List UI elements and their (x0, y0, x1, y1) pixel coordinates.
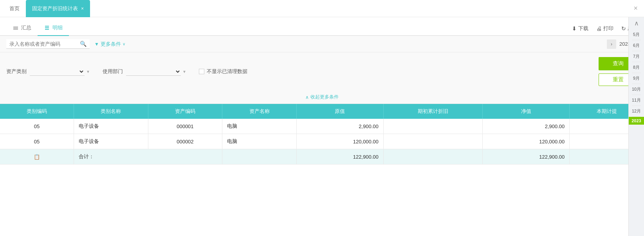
print-btn[interactable]: 🖨 打印 (596, 25, 613, 32)
tab-actions: ⬇ 下载 🖨 打印 ↻ 刷新 (572, 25, 638, 35)
cell-original-value: 2,900.00 (296, 119, 383, 134)
cell-accumulated-dep (383, 119, 483, 134)
print-icon: 🖨 (596, 25, 602, 32)
tab-detail-label: 明细 (52, 24, 63, 31)
collapse-label: 收起更多条件 (310, 94, 339, 100)
hide-cleared-label: 不显示已清理数据 (207, 68, 247, 75)
summary-accumulated-dep (383, 149, 483, 164)
department-dropdown-icon: ▼ (182, 70, 186, 74)
advanced-filter: 资产类别 ▼ 使用部门 ▼ 不显示已清理数据 查询 重置 (0, 52, 644, 104)
collapse-bar[interactable]: ∧ 收起更多条件 (6, 91, 638, 104)
department-label: 使用部门 (103, 68, 123, 75)
search-wrap[interactable]: 🔍 (6, 39, 90, 49)
active-tab-label: 固定资产折旧统计表 (32, 5, 78, 12)
home-tab[interactable]: 首页 (6, 4, 23, 14)
col-original-value: 原值 (296, 104, 383, 119)
department-select[interactable] (126, 67, 181, 76)
sidebar-month-item[interactable]: 12月 (632, 106, 641, 117)
col-category-name: 类别名称 (74, 104, 148, 119)
summary-empty1 (222, 149, 297, 164)
sidebar-month-item[interactable]: 8月 (632, 62, 641, 73)
expand-arrow-btn[interactable]: › (607, 39, 616, 49)
summary-original-value: 122,900.00 (296, 149, 383, 164)
svg-rect-3 (45, 26, 49, 27)
cell-category-code: 05 (0, 134, 74, 149)
col-net-value: 净值 (483, 104, 570, 119)
col-asset-name: 资产名称 (222, 104, 297, 119)
cell-asset-code: 000002 (148, 134, 222, 149)
download-btn[interactable]: ⬇ 下载 (572, 25, 588, 32)
sidebar-year-badge[interactable]: 2023 (629, 117, 644, 125)
tab-close-btn[interactable]: × (81, 6, 84, 11)
sidebar-month-item[interactable]: 7月 (632, 51, 641, 62)
col-accumulated-dep: 期初累计折旧 (383, 104, 483, 119)
tab-summary[interactable]: 汇总 (6, 20, 38, 36)
table-row[interactable]: 05 电子设备 000001 电脑 2,900.00 2,900.00 (0, 119, 644, 134)
hide-cleared-checkbox[interactable] (199, 69, 204, 74)
tab-summary-label: 汇总 (21, 24, 31, 31)
asset-type-dropdown-icon: ▼ (86, 70, 90, 74)
table-row[interactable]: 05 电子设备 000002 电脑 120,000.00 120,000.00 (0, 134, 644, 149)
summary-label-cell: 合计： (74, 149, 222, 164)
summary-icon-cell: 📋 (0, 149, 74, 164)
cell-original-value: 120,000.00 (296, 134, 383, 149)
summary-net-value: 122,900.00 (483, 149, 570, 164)
table-header-row: 类别编码 类别名称 资产编码 资产名称 原值 期初累计折旧 净值 本期计提 (0, 104, 644, 119)
col-asset-code: 资产编码 (148, 104, 222, 119)
svg-rect-5 (45, 29, 49, 30)
sidebar-scroll-up-btn[interactable]: ∧ (634, 17, 639, 29)
svg-rect-2 (13, 29, 18, 30)
cell-asset-name: 电脑 (222, 134, 297, 149)
data-table: 类别编码 类别名称 资产编码 资产名称 原值 期初累计折旧 净值 本期计提 05… (0, 104, 644, 164)
collapse-icon: ∧ (305, 95, 309, 100)
window-close-btn[interactable]: × (633, 4, 638, 13)
filter-row: 资产类别 ▼ 使用部门 ▼ 不显示已清理数据 查询 重置 (6, 57, 638, 86)
tab-bar: 汇总 明细 ⬇ 下载 🖨 打印 ↻ 刷新 (0, 17, 644, 36)
sidebar-month-item[interactable]: 10月 (632, 84, 641, 95)
hide-cleared-wrap: 不显示已清理数据 (199, 68, 247, 75)
filter-icon: ▼ (94, 41, 99, 47)
list-icon (44, 25, 50, 31)
filter-bar: 🔍 ▼ 更多条件 ∨ › 2023.01 (0, 36, 644, 52)
asset-type-select[interactable] (30, 67, 85, 76)
more-conditions-label: 更多条件 (101, 41, 121, 48)
summary-row: 📋 合计： 122,900.00 122,900.00 (0, 149, 644, 164)
active-tab[interactable]: 固定资产折旧统计表 × (26, 0, 90, 17)
chevron-down-icon: ∨ (123, 42, 125, 46)
cell-net-value: 2,900.00 (483, 119, 570, 134)
download-label: 下载 (578, 25, 588, 32)
cell-asset-code: 000001 (148, 119, 222, 134)
col-category-code: 类别编码 (0, 104, 74, 119)
cell-category-name: 电子设备 (74, 134, 148, 149)
sidebar-months: 5月6月7月8月9月10月11月12月 (632, 29, 641, 117)
asset-type-field: 资产类别 ▼ (6, 67, 90, 76)
table-body: 05 电子设备 000001 电脑 2,900.00 2,900.00 05 电… (0, 119, 644, 164)
cell-net-value: 120,000.00 (483, 134, 570, 149)
layers-icon (13, 25, 19, 31)
sidebar-month-item[interactable]: 9月 (632, 73, 641, 84)
main-content: 汇总 明细 ⬇ 下载 🖨 打印 ↻ 刷新 (0, 17, 644, 236)
sidebar-month-item[interactable]: 11月 (632, 95, 641, 106)
sidebar-month-item[interactable]: 6月 (632, 40, 641, 51)
department-field: 使用部门 ▼ (103, 67, 186, 76)
download-icon: ⬇ (572, 25, 577, 32)
more-conditions-btn[interactable]: ▼ 更多条件 ∨ (94, 41, 125, 48)
table-wrap: 类别编码 类别名称 资产编码 资产名称 原值 期初累计折旧 净值 本期计提 05… (0, 104, 644, 236)
tab-detail[interactable]: 明细 (38, 20, 69, 36)
svg-rect-1 (13, 28, 18, 29)
print-label: 打印 (603, 25, 613, 32)
sidebar-month-item[interactable]: 5月 (632, 29, 641, 40)
cell-category-name: 电子设备 (74, 119, 148, 134)
refresh-icon: ↻ (621, 25, 626, 32)
top-nav: 首页 固定资产折旧统计表 × × (0, 0, 644, 17)
svg-rect-4 (45, 27, 49, 28)
asset-type-label: 资产类别 (6, 68, 27, 75)
svg-rect-0 (13, 27, 18, 27)
right-sidebar: ∧ 5月6月7月8月9月10月11月12月 2023 (628, 17, 644, 236)
search-input[interactable] (9, 41, 80, 47)
cell-asset-name: 电脑 (222, 119, 297, 134)
cell-category-code: 05 (0, 119, 74, 134)
search-icon[interactable]: 🔍 (80, 41, 87, 47)
cell-accumulated-dep (383, 134, 483, 149)
